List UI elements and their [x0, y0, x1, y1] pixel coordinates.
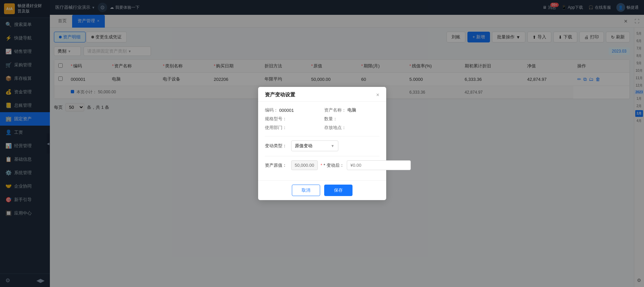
dialog-title: 资产变动设置: [265, 92, 295, 98]
dialog-info-grid: 编码： 000001 资产名称： 电脑 规格型号： 数量： 使用部门：: [265, 107, 379, 131]
cancel-button[interactable]: 取消: [292, 185, 320, 196]
dialog-overlay: 资产变动设置 × 编码： 000001 资产名称： 电脑 规格型号： 数量：: [0, 0, 644, 287]
asset-change-dialog: 资产变动设置 × 编码： 000001 资产名称： 电脑 规格型号： 数量：: [258, 87, 386, 200]
dialog-name-field: 资产名称： 电脑: [324, 107, 379, 113]
dialog-spec-field: 规格型号：: [265, 116, 320, 122]
after-label: * * 变动后：: [320, 162, 344, 168]
dialog-divider-1: [265, 136, 379, 136]
dialog-code-field: 编码： 000001: [265, 107, 320, 113]
dialog-value-row: 资产原值： 50,000.00 * * 变动后：: [265, 160, 379, 170]
dialog-location-field: 存放地点：: [324, 125, 379, 131]
dialog-divider-2: [265, 156, 379, 156]
dialog-close-btn[interactable]: ×: [376, 92, 379, 98]
save-button[interactable]: 保存: [324, 185, 352, 196]
change-type-select[interactable]: 原值变动 ▼: [291, 140, 338, 151]
original-value-display: 50,000.00: [291, 160, 318, 170]
after-value-input[interactable]: [347, 160, 411, 170]
dialog-quantity-field: 数量：: [324, 116, 379, 122]
dialog-header: 资产变动设置 ×: [258, 87, 386, 102]
dialog-dept-field: 使用部门：: [265, 125, 320, 131]
change-type-chevron-icon: ▼: [331, 144, 335, 148]
dialog-footer: 取消 保存: [258, 180, 386, 200]
dialog-body: 编码： 000001 资产名称： 电脑 规格型号： 数量： 使用部门：: [258, 102, 386, 180]
dialog-change-type-row: 变动类型： 原值变动 ▼: [265, 140, 379, 151]
